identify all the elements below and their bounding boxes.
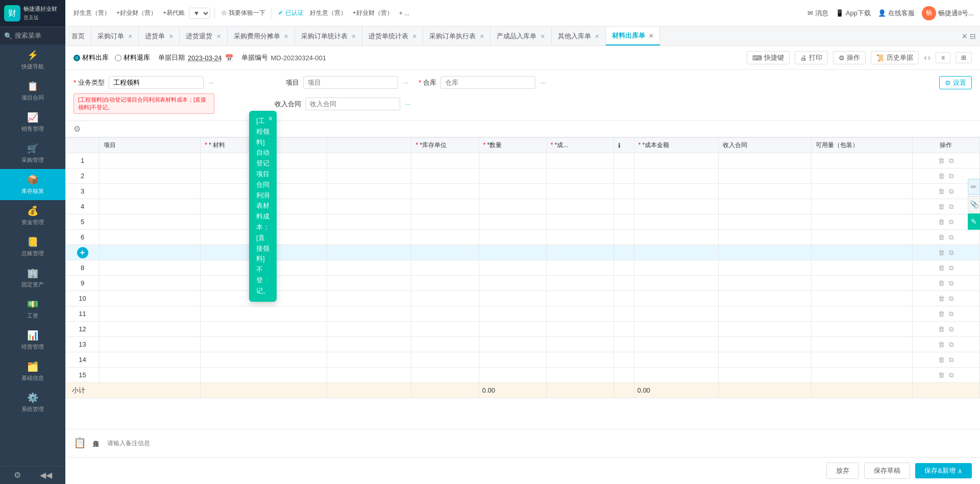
row-income-contract[interactable] (719, 230, 811, 245)
topbar-user[interactable]: 畅 畅捷通8号... (922, 6, 974, 20)
row-spec[interactable] (327, 168, 411, 183)
row-available[interactable] (812, 153, 912, 168)
row-cost-price[interactable] (547, 306, 614, 321)
row-unit[interactable] (411, 276, 478, 291)
delete-icon[interactable]: 🗑 (938, 295, 945, 302)
row-qty[interactable] (479, 230, 546, 245)
sidebar-item-payroll[interactable]: 💵 工资 (0, 294, 65, 325)
row-cost-amount[interactable] (634, 291, 718, 306)
copy-icon[interactable]: ⧉ (949, 295, 953, 303)
row-available[interactable] (812, 322, 912, 336)
row-income-contract[interactable] (719, 276, 811, 291)
row-spec[interactable] (327, 306, 411, 321)
row-income-contract[interactable] (719, 291, 811, 306)
tab-close-icon[interactable]: × (595, 32, 599, 40)
row-unit[interactable] (411, 184, 478, 199)
list-view-button[interactable]: ≡ (936, 52, 950, 63)
row-cost-price[interactable] (547, 276, 614, 291)
tab-close-icon[interactable]: × (649, 32, 653, 40)
prev-arrow-icon[interactable]: ‹ (924, 53, 926, 62)
row-spec[interactable] (327, 184, 411, 199)
row-unit[interactable] (411, 168, 478, 183)
delete-icon[interactable]: 🗑 (938, 157, 945, 164)
topbar-link-certified[interactable]: ✔ 已认证 (276, 8, 305, 18)
tab-menu-icon[interactable]: ⊟ (970, 32, 976, 40)
row-material[interactable] (201, 337, 327, 352)
save-new-button[interactable]: 保存&新增 ∧ (915, 463, 972, 478)
tab-close-icon[interactable]: × (480, 32, 484, 40)
sidebar-item-operations[interactable]: 📊 经营管理 (0, 325, 65, 356)
row-cost-price[interactable] (547, 153, 614, 168)
row-unit[interactable] (411, 214, 478, 229)
delete-icon[interactable]: 🗑 (938, 279, 945, 287)
row-qty[interactable] (479, 291, 546, 306)
row-project[interactable] (100, 184, 200, 199)
floating-edit-button[interactable]: ✏ (968, 179, 980, 195)
row-income-contract[interactable] (719, 306, 811, 321)
settings-icon[interactable]: ⚙ (14, 470, 21, 480)
row-spec[interactable] (327, 337, 411, 352)
row-material[interactable] (201, 368, 327, 382)
row-unit[interactable] (411, 230, 478, 245)
row-unit[interactable] (411, 306, 478, 321)
row-project-input[interactable] (100, 245, 200, 260)
row-qty[interactable] (479, 184, 546, 199)
row-material[interactable] (201, 322, 327, 336)
row-available[interactable] (812, 199, 912, 214)
row-cost-price[interactable] (547, 352, 614, 367)
row-cost-price[interactable] (547, 322, 614, 336)
tooltip-close-button[interactable]: × (268, 113, 273, 124)
delete-icon[interactable]: 🗑 (938, 310, 945, 318)
row-cost-amount[interactable] (634, 214, 718, 229)
sidebar-item-ledger[interactable]: 📒 总账管理 (0, 231, 65, 262)
row-income-contract[interactable] (719, 184, 811, 199)
row-income-contract[interactable] (719, 352, 811, 367)
row-qty[interactable] (479, 199, 546, 214)
grid-view-button[interactable]: ⊞ (955, 52, 972, 63)
row-unit[interactable] (411, 291, 478, 306)
radio-material-out-input[interactable] (74, 55, 80, 61)
topbar-app-download[interactable]: 📱 App下载 (836, 9, 871, 18)
row-income-contract[interactable] (719, 153, 811, 168)
row-spec[interactable] (327, 322, 411, 336)
table-settings-icon[interactable]: ⚙ (74, 124, 81, 134)
shortcut-button[interactable]: ⌨ 快捷键 (747, 51, 790, 64)
row-spec[interactable] (327, 260, 411, 275)
sidebar-item-sales[interactable]: 📈 销售管理 (0, 107, 65, 138)
project-expand-icon[interactable]: ··· (403, 79, 409, 86)
date-value[interactable]: 2023-03-24 (188, 54, 222, 62)
row-cost-amount[interactable] (634, 184, 718, 199)
row-income-contract[interactable] (719, 199, 811, 214)
row-cost-amount[interactable] (634, 168, 718, 183)
row-income-contract[interactable] (719, 368, 811, 382)
row-spec[interactable] (327, 368, 411, 382)
topbar-online-service[interactable]: 👤 在线客服 (878, 9, 915, 18)
row-cost-price[interactable] (547, 230, 614, 245)
row-project[interactable] (100, 291, 200, 306)
row-cost-price[interactable] (547, 260, 614, 275)
row-project[interactable] (100, 168, 200, 183)
print-button[interactable]: 🖨 打印 (795, 51, 828, 64)
topbar-message[interactable]: ✉ 消息 (807, 9, 828, 18)
row-cost-price[interactable] (547, 337, 614, 352)
topbar-link-more[interactable]: + ... (397, 9, 411, 18)
tab-close-icon[interactable]: × (128, 32, 132, 40)
copy-icon[interactable]: ⧉ (949, 157, 953, 165)
row-cost-amount[interactable] (634, 153, 718, 168)
delete-icon[interactable]: 🗑 (938, 371, 945, 379)
row-project[interactable] (100, 306, 200, 321)
sidebar-item-quick-nav[interactable]: ⚡ 快捷导航 (0, 44, 65, 76)
row-available[interactable] (812, 306, 912, 321)
topbar-dropdown[interactable]: ▼ (189, 8, 210, 19)
row-unit[interactable] (411, 352, 478, 367)
row-qty[interactable] (479, 337, 546, 352)
copy-icon[interactable]: ⧉ (949, 279, 953, 287)
row-project[interactable] (100, 368, 200, 382)
delete-icon[interactable]: 🗑 (938, 325, 945, 333)
row-available[interactable] (812, 276, 912, 291)
row-available[interactable] (812, 184, 912, 199)
row-available[interactable] (812, 168, 912, 183)
row-spec[interactable] (327, 153, 411, 168)
copy-icon[interactable]: ⧉ (949, 218, 953, 226)
row-cost-7[interactable] (547, 245, 614, 260)
